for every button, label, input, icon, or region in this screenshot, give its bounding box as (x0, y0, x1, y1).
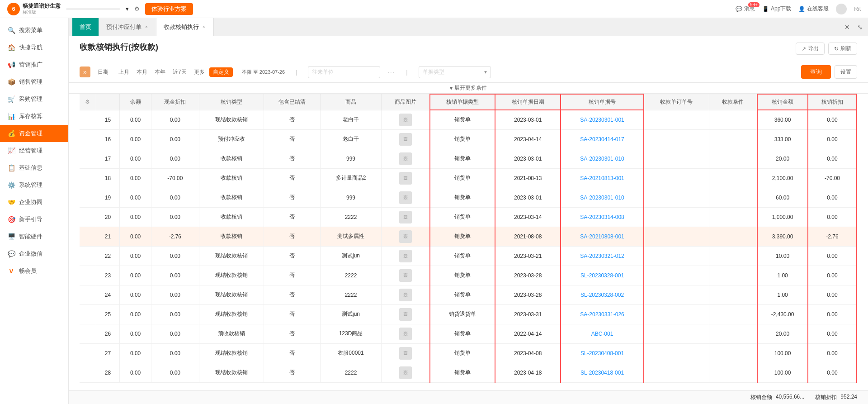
td-offset-type: 收款核销 (199, 168, 264, 188)
td-offset-bill-no[interactable]: SA-20230301-010 (561, 149, 644, 168)
sidebar-item-sales[interactable]: 📦 销售管理 (0, 73, 68, 90)
td-product-img: 🖼 (382, 246, 430, 266)
refresh-btn[interactable]: ↻ 刷新 (828, 43, 857, 55)
td-offset-bill-no[interactable]: SA-20230301-001 (561, 110, 644, 129)
tab-home[interactable]: 首页 (72, 18, 99, 36)
sidebar-item-search[interactable]: 🔍 搜索菜单 (0, 22, 68, 39)
basicinfo-icon: 📋 (7, 164, 15, 172)
td-no: 26 (96, 324, 120, 343)
sidebar-label-inventory: 库存核算 (19, 112, 42, 120)
td-offset-bill-no[interactable]: SA-20230331-026 (561, 304, 644, 324)
sidebar-item-enterprise[interactable]: 🤝 企业协同 (0, 194, 68, 211)
bill-type-select[interactable]: 单据类型 ▾ (419, 66, 491, 78)
sidebar-label-system: 系统管理 (19, 181, 42, 189)
bill-no-link[interactable]: SA-20230331-026 (580, 311, 624, 318)
td-offset-amount: 10.00 (757, 246, 808, 266)
online-service-btn[interactable]: 👤 在线客服 (798, 5, 829, 13)
td-included-settled: 否 (264, 343, 321, 363)
bill-no-link[interactable]: SA-20230301-010 (580, 195, 624, 201)
filter-expand-icon-btn[interactable]: » (80, 67, 90, 77)
bill-no-link[interactable]: SA-20210813-001 (580, 175, 624, 181)
date-btn-7days[interactable]: 近7天 (170, 67, 189, 77)
td-offset-bill-no[interactable]: SA-20210813-001 (561, 168, 644, 188)
td-no: 28 (96, 363, 120, 382)
bill-no-link[interactable]: SA-20230314-008 (580, 214, 624, 220)
td-product: 老白干 (320, 110, 381, 129)
sidebar-item-newbie[interactable]: 🎯 新手引导 (0, 211, 68, 228)
date-btn-custom[interactable]: 自定义 (209, 67, 233, 77)
td-offset-bill-no[interactable]: SA-20230314-008 (561, 207, 644, 227)
bill-no-link[interactable]: SL-20230418-001 (580, 370, 624, 376)
tab-receipt-close-icon[interactable]: × (202, 24, 206, 30)
bill-no-link[interactable]: SA-20230301-010 (580, 156, 624, 162)
total-discount-value: 952.24 (840, 394, 857, 401)
sidebar-item-operation[interactable]: 📈 经营管理 (0, 142, 68, 159)
th-offset-bill-date: 核销单据日期 (495, 94, 561, 110)
td-settings (80, 343, 96, 363)
bill-no-link[interactable]: SA-20230321-012 (580, 253, 624, 259)
sidebar-item-marketing[interactable]: 📢 营销推广 (0, 56, 68, 73)
expand-more-conditions[interactable]: ▾ 展开更多条件 (69, 83, 868, 94)
td-offset-bill-type: 销货单 (430, 363, 495, 382)
tab-prepaid-offset[interactable]: 预付冲应付单 × (99, 18, 156, 36)
settings-icon[interactable]: ⚙ (134, 5, 140, 12)
user-avatar[interactable] (836, 4, 847, 14)
td-offset-bill-no[interactable]: ABC-001 (561, 324, 644, 343)
sidebar-item-inventory[interactable]: 📊 库存核算 (0, 108, 68, 125)
td-offset-bill-no[interactable]: SL-20230328-001 (561, 266, 644, 285)
app-download-btn[interactable]: 📱 App下载 (762, 5, 791, 13)
sidebar-item-wechat[interactable]: 💬 企业微信 (0, 245, 68, 262)
date-btn-more[interactable]: 更多 (191, 67, 208, 77)
td-offset-amount: 1.00 (757, 266, 808, 285)
bill-no-link[interactable]: SL-20230328-002 (580, 292, 624, 298)
settings-btn[interactable]: 设置 (835, 65, 857, 79)
th-settings[interactable]: ⚙ (80, 94, 96, 110)
industry-btn[interactable]: 体验行业方案 (145, 3, 193, 15)
td-offset-bill-no[interactable]: SA-20230301-010 (561, 188, 644, 207)
sidebar-item-finance[interactable]: 💰 资金管理 (0, 125, 68, 142)
td-offset-bill-no[interactable]: SA-20230414-017 (561, 129, 644, 149)
tab-prepaid-close-icon[interactable]: × (144, 24, 149, 30)
tab-receipt-offset[interactable]: 收款核销执行 × (156, 18, 214, 36)
td-offset-bill-no[interactable]: SL-20230408-001 (561, 343, 644, 363)
td-no: 17 (96, 149, 120, 168)
partner-placeholder: 往来单位 (312, 69, 334, 75)
dropdown-arrow[interactable]: ▾ (126, 5, 129, 12)
td-offset-bill-no[interactable]: SA-20210808-001 (561, 227, 644, 246)
bill-no-link[interactable]: SL-20230408-001 (580, 350, 624, 356)
td-offset-type: 收款核销 (199, 188, 264, 207)
bill-no-link[interactable]: SA-20230301-001 (580, 117, 624, 123)
td-offset-bill-date: 2023-03-01 (495, 110, 561, 129)
bill-no-link[interactable]: SL-20230328-001 (580, 272, 624, 279)
date-btn-this-month[interactable]: 本月 (134, 67, 150, 77)
td-receipt-order-no (644, 285, 709, 304)
bill-no-link[interactable]: SA-20210808-001 (580, 233, 624, 240)
td-offset-bill-no[interactable]: SA-20230321-012 (561, 246, 644, 266)
tab-expand-btn[interactable]: ⤡ (855, 22, 864, 33)
th-included-settled: 包含已结清 (264, 94, 321, 110)
table-settings-icon[interactable]: ⚙ (85, 99, 90, 105)
td-balance: 0.00 (120, 188, 151, 207)
sidebar-item-purchase[interactable]: 🛒 采购管理 (0, 90, 68, 108)
bill-no-link[interactable]: SA-20230414-017 (580, 136, 624, 143)
sidebar-item-member[interactable]: V 畅会员 (0, 262, 68, 280)
sidebar-item-basicinfo[interactable]: 📋 基础信息 (0, 159, 68, 176)
export-icon: ↗ (802, 46, 806, 52)
address-bar[interactable] (66, 8, 120, 10)
td-offset-type: 现结收款核销 (199, 110, 264, 129)
date-btn-this-year[interactable]: 本年 (152, 67, 168, 77)
th-offset-bill-no: 核销单据号 (561, 94, 644, 110)
sidebar-item-quicknav[interactable]: 🏠 快捷导航 (0, 39, 68, 56)
tab-close-all-btn[interactable]: ✕ (843, 22, 852, 33)
td-offset-bill-no[interactable]: SL-20230418-001 (561, 363, 644, 382)
message-btn[interactable]: 💬 消息 99+ (736, 5, 755, 13)
export-btn[interactable]: ↗ 导出 (796, 43, 825, 55)
date-btn-last-month[interactable]: 上月 (116, 67, 132, 77)
td-offset-bill-no[interactable]: SL-20230328-002 (561, 285, 644, 304)
brand-sub: 标准版 (23, 10, 61, 15)
sidebar-item-system[interactable]: ⚙️ 系统管理 (0, 176, 68, 194)
query-btn[interactable]: 查询 (801, 65, 831, 79)
partner-input[interactable]: 往来单位 (308, 66, 380, 78)
sidebar-item-smarthw[interactable]: 🖥️ 智能硬件 (0, 228, 68, 245)
bill-no-link[interactable]: ABC-001 (591, 331, 613, 337)
